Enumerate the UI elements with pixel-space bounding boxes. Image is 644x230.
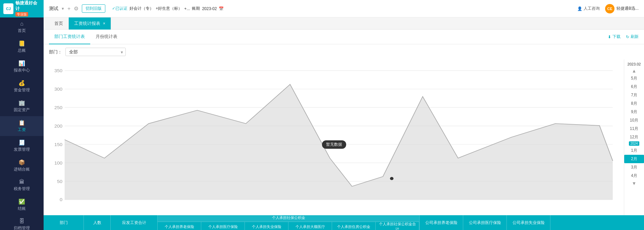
main-area: 测试 ▾ + ⚙ 切到旧版 ✓已认证 好会计（专） +好生意（标） +... 账… [44,0,644,230]
topbar-status: ✓已认证 好会计（专） +好生意（标） +... 账期 2023-02 📅 [112,6,224,11]
month2024-1月[interactable]: 1月 [624,146,644,155]
sidebar: CJ 畅捷通好会计 专业版 ⌂ 首页📒 总账📊 报表中心💰 资金管理🏢 固定资产… [0,0,44,230]
date-panel-current: 2023.02 [627,61,642,67]
filter-label: 部门： [49,49,62,55]
dept-select-wrap[interactable]: 全部财务部销售部技术部行政部 [65,48,126,56]
add-button[interactable]: + [67,6,70,12]
period-label: 账期 [192,6,200,11]
group-col-5: 个人承担社保公积金合计 [376,222,419,230]
topbar: 测试 ▾ + ⚙ 切到旧版 ✓已认证 好会计（专） +好生意（标） +... 账… [44,0,644,17]
group-col-1: 个人承担医疗保险 [201,222,245,230]
month-8月[interactable]: 8月 [624,99,644,108]
good-accounting: 好会计（专） [129,6,154,11]
download-btn[interactable]: ⬇ 下载 [608,34,621,40]
switch-btn[interactable]: 切到旧版 [82,4,105,13]
subtabs-actions: ⬇ 下载 ↻ 刷新 [608,34,639,40]
company-title: 测试 [49,6,58,12]
month-5月[interactable]: 5月 [624,74,644,83]
filter-bar: 部门： 全部财务部销售部技术部行政部 [44,44,644,59]
consult-icon: 👤 [577,6,582,11]
svg-text:350: 350 [54,68,63,73]
date-panel-down[interactable]: ▼ [631,180,637,187]
consult-btn[interactable]: 👤 人工咨询 [577,6,600,11]
month-6月[interactable]: 6月 [624,83,644,91]
sidebar-item-ledger[interactable]: 📒 总账 [0,37,44,57]
date-panel-up[interactable]: ▲ [631,67,637,74]
month-11月[interactable]: 11月 [624,125,644,133]
title-arrow: ▾ [62,6,64,11]
certified-status: ✓已认证 [112,6,127,11]
sidebar-item-reports[interactable]: 📊 报表中心 [0,57,44,77]
month2024-3月[interactable]: 3月 [624,163,644,172]
brand-name: 畅捷通好会计 [15,0,40,12]
table-col-1: 人数 [84,215,111,230]
more-status: +... [184,6,190,11]
group-col-4: 个人承担住房公积金 [332,222,376,230]
year-2024-badge: 2024 [629,141,639,146]
tab-salary-stats[interactable]: 工资统计报表× [69,17,111,30]
sidebar-item-home[interactable]: ⌂ 首页 [0,17,44,37]
svg-text:300: 300 [54,87,63,92]
edition-badge: 专业版 [15,12,28,16]
period-value: 2023-02 [202,6,217,11]
settlement-icon: ✅ [18,198,25,205]
svg-text:150: 150 [54,142,63,147]
date-panel: 2023.02▲5月6月7月8月9月10月11月12月20241月2月3月4月▼ [624,59,644,215]
svg-text:250: 250 [54,105,63,110]
avatar: CE [605,4,614,13]
content-area: 部门工资统计表月份统计表 ⬇ 下载 ↻ 刷新 部门： 全部财务部销售部技术部行政… [44,30,644,230]
svg-text:0: 0 [60,197,62,202]
month-12月[interactable]: 12月 [624,133,644,141]
username: 轻捷通B迅... [616,6,639,11]
sidebar-item-payroll[interactable]: 📋 工资 [0,116,44,136]
assets-icon: 🏢 [18,100,25,106]
svg-text:50: 50 [57,179,63,184]
sidebar-item-tax[interactable]: 🏛 税务管理 [0,176,44,195]
sidebar-item-funds[interactable]: 💰 资金管理 [0,77,44,96]
subtabs: 部门工资统计表月份统计表 ⬇ 下载 ↻ 刷新 [44,30,644,44]
funds-icon: 💰 [18,80,25,86]
company-col-2: 公司承担失业保险 [507,215,550,230]
download-icon: ⬇ [608,35,611,39]
sidebar-item-purchase[interactable]: 📦 进销台账 [0,156,44,176]
payroll-icon: 📋 [18,120,25,126]
calendar-icon[interactable]: 📅 [219,6,224,11]
table-header-row: 部门人数应发工资合计个人承担社保公积金个人承担养老保险个人承担医疗保险个人承担失… [44,215,644,230]
archive-icon: 🗄 [19,218,24,224]
ledger-icon: 📒 [18,40,25,47]
month-10月[interactable]: 10月 [624,116,644,125]
subtab-dept[interactable]: 部门工资统计表 [49,30,90,44]
sidebar-item-invoice[interactable]: 🧾 发票管理 [0,136,44,156]
sidebar-item-assets[interactable]: 🏢 固定资产 [0,96,44,116]
chart-svg: 350 300 250 200 150 100 50 0 [47,63,617,212]
sidebar-nav: ⌂ 首页📒 总账📊 报表中心💰 资金管理🏢 固定资产📋 工资🧾 发票管理📦 [0,17,44,230]
svg-point-16 [390,177,394,180]
settings-icon[interactable]: ⚙ [74,5,78,12]
refresh-btn[interactable]: ↻ 刷新 [626,34,639,40]
svg-text:200: 200 [54,124,63,129]
company-col-1: 公司承担医疗保险 [463,215,507,230]
invoice-icon: 🧾 [18,139,25,146]
refresh-icon: ↻ [626,35,629,39]
user-menu[interactable]: CE 轻捷通B迅... [605,4,639,13]
table-col-2: 应发工资合计 [111,215,158,230]
month2024-2月[interactable]: 2月 [624,155,644,163]
sidebar-item-archive[interactable]: 🗄 归档管理 [0,215,44,230]
month2024-4月[interactable]: 4月 [624,172,644,180]
group-col-2: 个人承担失业保险 [245,222,288,230]
group-col-0: 个人承担养老保险 [158,222,201,230]
subtab-monthly[interactable]: 月份统计表 [90,30,123,44]
tax-icon: 🏛 [19,179,24,185]
purchase-icon: 📦 [18,159,25,166]
tab-home[interactable]: 首页 [49,17,69,30]
logo-text: 畅捷通好会计 专业版 [15,0,40,17]
logo-icon: CJ [3,3,13,14]
group-col-3: 个人承担大额医疗 [288,222,332,230]
sidebar-item-settlement[interactable]: ✅ 结账 [0,195,44,215]
dept-select[interactable]: 全部财务部销售部技术部行政部 [65,48,126,56]
sidebar-logo: CJ 畅捷通好会计 专业版 [0,0,44,17]
good-business: +好生意（标） [156,6,182,11]
month-7月[interactable]: 7月 [624,91,644,99]
close-tab-salary-stats[interactable]: × [103,21,105,26]
month-9月[interactable]: 9月 [624,108,644,116]
